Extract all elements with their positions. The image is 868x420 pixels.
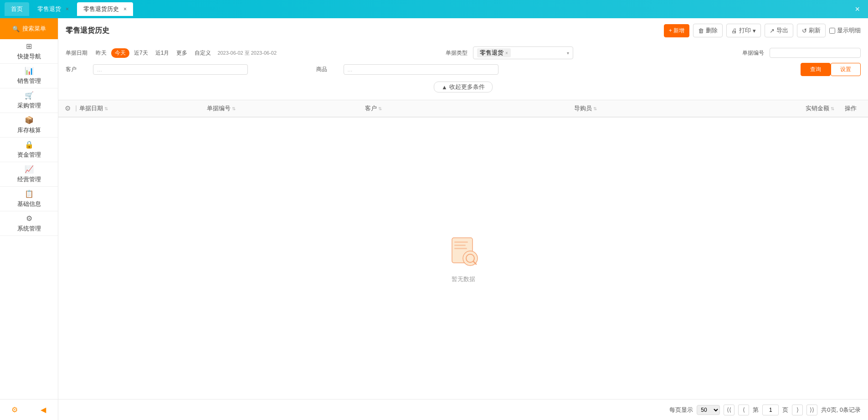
tab-home[interactable]: 首页 [5,2,29,16]
sidebar-item-label: 快捷导航 [17,52,41,61]
sidebar-settings-button[interactable]: ⚙ [0,400,29,420]
sidebar-item-sales-mgmt[interactable]: 📊 销售管理 [0,64,58,88]
tab-retail-return-close[interactable]: × [66,6,69,12]
sidebar-item-base-info[interactable]: 📋 基础信息 [0,187,58,211]
th-date: 单据日期 ⇅ [77,104,204,113]
tab-home-label: 首页 [11,5,23,13]
sort-no-icon[interactable]: ⇅ [232,106,236,111]
date-custom-btn[interactable]: 自定义 [192,48,214,58]
sidebar-item-label: 经营管理 [17,175,41,184]
sidebar-item-system[interactable]: ⚙ 系统管理 [0,211,58,236]
th-action: 操作 [837,104,864,113]
sidebar-item-inventory[interactable]: 📦 库存核算 [0,113,58,138]
delete-icon: 🗑 [698,27,704,34]
page-prev-btn[interactable]: ⟨ [738,405,749,415]
sidebar-bottom: ⚙ ◀ [0,399,58,420]
collapse-bar: ▲ 收起更多条件 [66,80,861,96]
sort-customer-icon[interactable]: ⇅ [378,106,382,111]
date-today-btn[interactable]: 今天 [111,48,129,58]
window-close-button[interactable]: × [851,5,863,14]
table-settings-icon[interactable]: ⚙ [65,104,71,113]
system-icon: ⚙ [26,214,32,223]
total-label: 共0页, 0条记录 [821,406,861,414]
page-first-btn[interactable]: ⟨⟨ [724,405,734,415]
table-body: 暂无数据 [58,118,868,399]
tab-retail-return-label: 零售退货 [37,5,61,13]
sidebar-item-quick-nav[interactable]: ⊞ 快捷导航 [0,39,58,64]
quick-nav-icon: ⊞ [26,42,32,51]
number-filter-input[interactable] [770,48,861,58]
operations-icon: 📈 [25,165,34,174]
toolbar: + 新增 🗑 删除 🖨 打印 ▾ ↗ 导出 ↺ [664,24,861,37]
display-detail-toggle[interactable]: 显示明细 [829,26,861,35]
type-tag: 零售退货 × [477,48,511,57]
sidebar-item-finance[interactable]: 🔒 资金管理 [0,138,58,162]
date-filter-label: 单据日期 [66,49,93,57]
sidebar-item-purchase-mgmt[interactable]: 🛒 采购管理 [0,88,58,113]
refresh-button[interactable]: ↺ 刷新 [797,24,826,37]
sidebar-item-label: 系统管理 [17,225,41,233]
sidebar-collapse-button[interactable]: ◀ [29,400,58,420]
page-next-btn[interactable]: ⟩ [792,405,803,415]
date-7days-btn[interactable]: 近7天 [131,48,151,58]
goods-filter-label: 商品 [316,66,344,73]
tab-retail-return-history[interactable]: 零售退货历史 × [77,2,133,16]
date-more-btn[interactable]: 更多 [174,48,190,58]
content-area: 零售退货历史 + 新增 🗑 删除 🖨 打印 ▾ ↗ 导出 [58,18,868,420]
type-tag-close[interactable]: × [505,51,508,56]
tab-retail-return[interactable]: 零售退货 × [31,2,75,16]
tab-retail-return-history-close[interactable]: × [123,6,127,12]
main-layout: 🔍 搜索菜单 ⊞ 快捷导航 📊 销售管理 🛒 采购管理 📦 库存核算 🔒 资金管… [0,18,868,420]
sidebar-item-label: 资金管理 [17,151,41,159]
settings-button[interactable]: 设置 [831,63,861,76]
collapse-button[interactable]: ▲ 收起更多条件 [434,82,493,92]
page-label-pre: 第 [753,406,759,414]
display-detail-checkbox[interactable] [829,28,835,34]
th-guide: 导购员 ⇅ [571,104,729,113]
tab-retail-return-history-label: 零售退货历史 [83,5,119,13]
th-no: 单据编号 ⇅ [204,104,362,113]
purchase-icon: 🛒 [25,91,34,100]
delete-button[interactable]: 🗑 删除 [693,24,723,37]
inventory-icon: 📦 [25,116,34,124]
query-button[interactable]: 查询 [801,63,831,76]
sort-guide-icon[interactable]: ⇅ [593,106,597,111]
export-icon: ↗ [770,27,775,34]
search-icon: 🔍 [12,26,20,32]
date-yesterday-btn[interactable]: 昨天 [93,48,109,58]
date-1month-btn[interactable]: 近1月 [153,48,172,58]
page-header: 零售退货历史 + 新增 🗑 删除 🖨 打印 ▾ ↗ 导出 [58,18,868,100]
sidebar-item-label: 库存核算 [17,126,41,134]
type-filter-input[interactable]: 零售退货 × ▾ [473,46,573,59]
th-amount: 实销金额 ⇅ [730,104,837,113]
export-button[interactable]: ↗ 导出 [765,24,793,37]
type-filter-label: 单据类型 [446,49,473,57]
page-last-btn[interactable]: ⟩⟩ [806,405,817,415]
th-customer: 客户 ⇅ [362,104,571,113]
sort-amount-icon[interactable]: ⇅ [831,106,834,111]
sidebar-item-label: 基础信息 [17,200,41,208]
sidebar-item-label: 销售管理 [17,77,41,85]
topbar: 首页 零售退货 × 零售退货历史 × × [0,0,868,18]
page-size-select[interactable]: 50 10 20 100 [697,405,720,415]
type-dropdown-arrow: ▾ [567,51,569,56]
sort-date-icon[interactable]: ⇅ [104,106,108,111]
print-button[interactable]: 🖨 打印 ▾ [726,24,761,37]
print-icon: 🖨 [731,27,737,34]
th-checkbox-area: ⚙ [62,104,77,113]
page-title: 零售退货历史 [66,26,109,36]
sidebar-item-operations[interactable]: 📈 经营管理 [0,162,58,187]
sales-icon: 📊 [25,67,34,75]
filter-row-1: 单据日期 昨天 今天 近7天 近1月 更多 自定义 2023-06-02 至 2… [66,46,861,59]
sidebar-search[interactable]: 🔍 搜索菜单 [0,18,58,39]
svg-rect-3 [454,248,467,249]
svg-rect-1 [454,241,468,243]
table-area: ⚙ 单据日期 ⇅ 单据编号 ⇅ 客户 ⇅ 导购员 ⇅ [58,100,868,420]
page-number-input[interactable] [762,405,779,415]
customer-placeholder: ... [97,66,102,73]
empty-icon [445,233,482,270]
customer-filter-input[interactable]: ... [93,64,248,75]
goods-filter-input[interactable]: ... [344,64,498,75]
new-button[interactable]: + 新增 [664,24,689,37]
svg-rect-2 [454,245,466,246]
